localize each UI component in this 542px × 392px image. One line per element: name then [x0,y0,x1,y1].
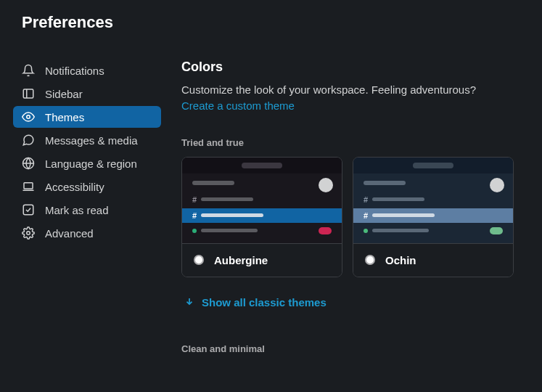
sidebar-item-sidebar[interactable]: Sidebar [13,83,161,105]
bell-icon [22,64,35,77]
colors-description: Customize the look of your workspace. Fe… [181,82,525,114]
avatar-icon [319,178,333,192]
show-all-label: Show all classic themes [202,296,327,309]
sidebar-item-label: Notifications [45,65,104,77]
svg-rect-0 [23,89,33,98]
clean-minimal-heading: Clean and minimal [181,343,525,354]
theme-label-row: Aubergine [182,243,342,277]
show-all-classic-themes-button[interactable]: Show all classic themes [181,296,525,309]
check-icon [22,203,35,216]
theme-name: Aubergine [214,254,268,266]
chat-icon [22,134,35,147]
colors-heading: Colors [181,60,525,75]
theme-name: Ochin [385,254,416,266]
theme-grid: # # [181,157,525,277]
sidebar-item-notifications[interactable]: Notifications [13,60,161,81]
laptop-icon [22,180,35,193]
sidebar-item-label: Advanced [45,227,94,240]
sidebar-item-label: Messages & media [45,134,138,147]
theme-radio[interactable] [194,255,204,265]
theme-preview: # # [182,158,342,243]
main-content: Colors Customize the look of your worksp… [167,45,542,363]
sidebar-item-language[interactable]: Language & region [13,152,161,174]
sidebar-item-label: Accessibility [45,181,104,193]
svg-point-8 [27,232,30,235]
sidebar-item-label: Themes [45,111,84,123]
avatar-icon [490,178,504,192]
gear-icon [22,226,35,240]
sidebar-item-label: Sidebar [45,88,83,100]
sidebar-item-accessibility[interactable]: Accessibility [13,176,161,197]
globe-icon [22,157,35,170]
theme-preview: # # [353,158,513,243]
sidebar-item-label: Mark as read [45,204,109,216]
sidebar-item-messages[interactable]: Messages & media [13,129,161,151]
svg-point-2 [27,115,30,119]
sidebar-icon [22,87,35,100]
theme-card-ochin[interactable]: # # [353,157,514,277]
sidebar-item-themes[interactable]: Themes [13,106,161,128]
create-custom-theme-link[interactable]: Create a custom theme [181,99,295,112]
preferences-header: Preferences [0,0,542,45]
preferences-sidebar: Notifications Sidebar Themes Messages & … [0,45,167,363]
theme-radio[interactable] [365,255,375,265]
sidebar-item-mark-read[interactable]: Mark as read [13,199,161,221]
svg-rect-7 [23,205,33,215]
arrow-down-icon [184,296,194,309]
theme-label-row: Ochin [353,243,513,277]
tried-true-heading: Tried and true [181,137,525,148]
sidebar-item-advanced[interactable]: Advanced [13,222,161,244]
svg-rect-5 [24,183,33,189]
theme-card-aubergine[interactable]: # # [181,157,342,277]
eye-icon [22,110,35,123]
sidebar-item-label: Language & region [45,158,137,170]
page-title: Preferences [22,13,520,32]
